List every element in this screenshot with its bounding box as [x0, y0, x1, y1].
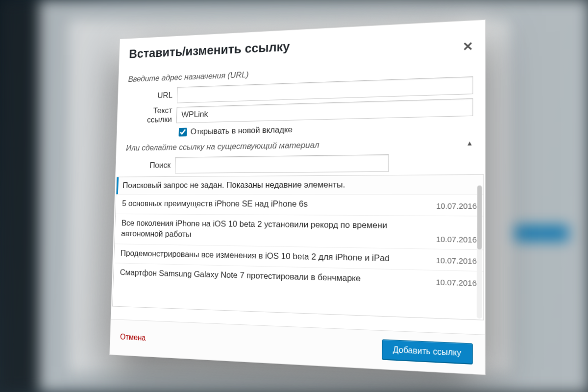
open-new-tab-checkbox[interactable] [178, 128, 187, 137]
link-text-input[interactable] [176, 98, 473, 123]
cancel-button[interactable]: Отмена [120, 333, 146, 343]
open-new-tab-label: Открывать в новой вкладке [190, 125, 293, 137]
existing-content-label: Или сделайте ссылку на существующий мате… [126, 140, 319, 153]
result-date: 10.07.2016 [436, 256, 477, 266]
insert-link-dialog: Вставить/изменить ссылку ✕ Введите адрес… [109, 19, 486, 375]
result-title: 5 основных преимуществ iPhone SE над iPh… [122, 198, 427, 210]
results-scrollbar[interactable] [477, 186, 482, 319]
results-notice: Поисковый запрос не задан. Показаны неда… [116, 175, 483, 194]
chevron-up-icon: ▲ [466, 139, 473, 147]
scrollbar-thumb[interactable] [477, 186, 482, 250]
result-title: Продемонстрированы все изменения в iOS 1… [121, 248, 427, 265]
url-label: URL [127, 91, 177, 101]
result-item[interactable]: Все поколения iPhone на iOS 10 beta 2 ус… [115, 214, 483, 249]
search-input[interactable] [175, 154, 389, 173]
result-date: 10.07.2016 [436, 201, 477, 211]
search-results: Поисковый запрос не задан. Показаны неда… [112, 174, 484, 320]
existing-content-toggle[interactable]: Или сделайте ссылку на существующий мате… [126, 138, 473, 153]
result-date: 10.07.2016 [436, 277, 477, 288]
result-title: Все поколения iPhone на iOS 10 beta 2 ус… [121, 218, 427, 243]
result-title: Смартфон Samsung Galaxy Note 7 протестир… [120, 268, 426, 287]
close-icon[interactable]: ✕ [463, 30, 473, 53]
add-link-button[interactable]: Добавить ссылку [382, 340, 473, 364]
search-label: Поиск [125, 161, 175, 170]
dialog-title: Вставить/изменить ссылку [129, 39, 290, 62]
link-text-label: Текст ссылки [127, 106, 177, 125]
result-item[interactable]: 5 основных преимуществ iPhone SE над iPh… [116, 194, 483, 216]
result-date: 10.07.2016 [436, 234, 477, 244]
